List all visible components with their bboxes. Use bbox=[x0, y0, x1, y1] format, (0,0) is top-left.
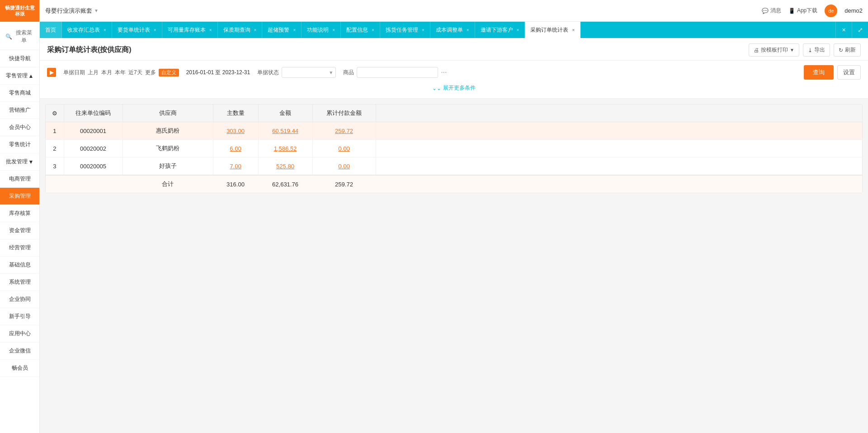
tab-order-stats[interactable]: 要货单统计表 × bbox=[112, 22, 162, 38]
sidebar-item-quick-nav[interactable]: 快捷导航 bbox=[0, 50, 39, 67]
tab-pick-task[interactable]: 拣货任务管理 × bbox=[380, 22, 430, 38]
sidebar-item-member-center[interactable]: 会员中心 bbox=[0, 119, 39, 136]
cell-amount[interactable]: 1,586.52 bbox=[258, 140, 312, 157]
goods-input[interactable] bbox=[357, 67, 438, 78]
print-icon: 🖨 bbox=[754, 47, 759, 53]
close-icon-3[interactable]: × bbox=[209, 28, 212, 33]
sidebar-item-finance[interactable]: 资金管理 bbox=[0, 222, 39, 239]
export-button[interactable]: ⤓ 导出 bbox=[803, 43, 830, 57]
cell-no: 2 bbox=[46, 140, 64, 157]
tab-restore-button[interactable]: ⤢ bbox=[852, 22, 868, 38]
tab-invite-downstream[interactable]: 邀请下游客户 × bbox=[475, 22, 525, 38]
tab-home[interactable]: 首页 bbox=[40, 22, 62, 38]
cell-qty[interactable]: 6.00 bbox=[213, 140, 258, 157]
shortcut-last-month[interactable]: 上月 bbox=[88, 69, 99, 76]
goods-more-icon[interactable]: ··· bbox=[441, 68, 447, 76]
tab-stock-summary[interactable]: 收发存汇总表 × bbox=[62, 22, 112, 38]
tab-inventory-book[interactable]: 可用量库存账本 × bbox=[162, 22, 218, 38]
refresh-button[interactable]: ↻ 刷新 bbox=[834, 43, 861, 57]
purchase-order-table: ⚙ 往来单位编码 供应商 主数量 金额 累计付款金额 1 00020001 惠氏… bbox=[46, 105, 862, 193]
sidebar-item-retail-mgmt[interactable]: 零售管理 ▲ bbox=[0, 67, 39, 85]
sidebar-item-basic-info[interactable]: 基础信息 bbox=[0, 257, 39, 274]
search-menu-button[interactable]: 🔍 搜索菜单 bbox=[4, 27, 36, 46]
tab-config-info[interactable]: 配置信息 × bbox=[341, 22, 380, 38]
shortcut-more[interactable]: 更多 bbox=[145, 69, 156, 76]
footer-amount: 62,631.76 bbox=[258, 175, 312, 193]
search-icon: 🔍 bbox=[5, 33, 12, 40]
close-icon-7[interactable]: × bbox=[372, 28, 374, 33]
expand-row: ⌄⌄ 展开更多条件 bbox=[47, 80, 861, 94]
close-icon-8[interactable]: × bbox=[422, 28, 425, 33]
sidebar-item-app-center[interactable]: 应用中心 bbox=[0, 325, 39, 343]
cell-qty[interactable]: 7.00 bbox=[213, 157, 258, 176]
tab-stock-summary-label: 收发存汇总表 bbox=[67, 26, 100, 34]
tab-shelf-life[interactable]: 保质期查询 × bbox=[218, 22, 263, 38]
table-container: ⚙ 往来单位编码 供应商 主数量 金额 累计付款金额 1 00020001 惠氏… bbox=[45, 104, 863, 193]
tab-cost-adjust[interactable]: 成本调整单 × bbox=[430, 22, 475, 38]
expand-conditions-button[interactable]: ⌄⌄ 展开更多条件 bbox=[429, 82, 479, 94]
cell-cumulative[interactable]: 0.00 bbox=[312, 140, 376, 157]
close-icon-10[interactable]: × bbox=[517, 28, 519, 33]
print-dropdown-icon: ▼ bbox=[790, 48, 794, 52]
tab-overstock-warning[interactable]: 超储预警 × bbox=[262, 22, 302, 38]
cell-qty[interactable]: 303.00 bbox=[213, 122, 258, 140]
cell-amount[interactable]: 60,519.44 bbox=[258, 122, 312, 140]
sidebar-item-retail-stats[interactable]: 零售统计 bbox=[0, 136, 39, 153]
app-logo: 畅捷通好生意 标版 bbox=[0, 0, 39, 22]
filter-status-item: 单据状态 ▼ bbox=[257, 67, 336, 78]
sidebar-item-system-mgmt[interactable]: 系统管理 bbox=[0, 274, 39, 291]
tab-function-label: 功能说明 bbox=[307, 26, 329, 34]
tab-function-desc[interactable]: 功能说明 × bbox=[302, 22, 341, 38]
cell-supplier: 惠氏奶粉 bbox=[123, 122, 213, 140]
tab-order-stats-label: 要货单统计表 bbox=[118, 26, 150, 34]
table-row: 3 00020005 好孩子 7.00 525.80 0.00 bbox=[46, 157, 862, 176]
sidebar-item-enterprise-collab[interactable]: 企业协同 bbox=[0, 291, 39, 308]
expand-icon: ⌄⌄ bbox=[432, 85, 441, 91]
tab-close-all-button[interactable]: × bbox=[835, 22, 852, 38]
cell-cumulative[interactable]: 259.72 bbox=[312, 122, 376, 140]
close-icon[interactable]: × bbox=[104, 28, 106, 33]
cell-cumulative[interactable]: 0.00 bbox=[312, 157, 376, 176]
app-download-button[interactable]: 📱 App下载 bbox=[788, 7, 817, 14]
settings-button[interactable]: 设置 bbox=[837, 65, 861, 80]
close-icon-9[interactable]: × bbox=[467, 28, 469, 33]
close-icon-2[interactable]: × bbox=[154, 28, 156, 33]
shortcut-this-month[interactable]: 本月 bbox=[101, 69, 112, 76]
close-icon-4[interactable]: × bbox=[254, 28, 257, 33]
tab-purchase-order-stats[interactable]: 采购订单统计表 × bbox=[525, 22, 580, 38]
sidebar-item-wholesale-mgmt[interactable]: 批发管理 ▼ bbox=[0, 153, 39, 171]
print-button[interactable]: 🖨 按模板打印 ▼ bbox=[749, 43, 799, 57]
sidebar-item-member-program[interactable]: 畅会员 bbox=[0, 360, 39, 377]
sidebar-item-operation[interactable]: 经营管理 bbox=[0, 239, 39, 257]
tab-shelf-life-label: 保质期查询 bbox=[223, 26, 250, 34]
status-select[interactable] bbox=[282, 67, 336, 78]
footer-empty-2 bbox=[64, 175, 123, 193]
dropdown-icon: ▼ bbox=[94, 8, 99, 13]
shortcut-this-year[interactable]: 本年 bbox=[115, 69, 126, 76]
close-icon-6[interactable]: × bbox=[332, 28, 335, 33]
shortcut-last-7-days[interactable]: 近7天 bbox=[128, 69, 142, 76]
cell-code: 00020005 bbox=[64, 157, 123, 176]
sidebar-item-retail-store[interactable]: 零售商城 bbox=[0, 85, 39, 102]
sidebar-item-enterprise-wechat[interactable]: 企业微信 bbox=[0, 343, 39, 360]
workspace-selector[interactable]: 母婴行业演示账套 ▼ bbox=[45, 7, 99, 15]
tab-bar: 首页 收发存汇总表 × 要货单统计表 × 可用量库存账本 × 保质期查询 × 超… bbox=[40, 22, 868, 38]
sidebar-item-new-guide[interactable]: 新手引导 bbox=[0, 308, 39, 325]
sidebar-item-marketing[interactable]: 营销推广 bbox=[0, 102, 39, 119]
sidebar-item-purchase-mgmt[interactable]: 采购管理 bbox=[0, 188, 39, 205]
cell-amount[interactable]: 525.80 bbox=[258, 157, 312, 176]
filter-toggle-button[interactable]: ▶ bbox=[47, 68, 56, 77]
close-icon-11[interactable]: × bbox=[572, 28, 575, 33]
avatar[interactable]: de bbox=[825, 5, 837, 17]
workspace-name: 母婴行业演示账套 bbox=[45, 7, 92, 15]
footer-empty-3 bbox=[376, 175, 862, 193]
close-icon-5[interactable]: × bbox=[293, 28, 296, 33]
goods-label: 商品 bbox=[343, 69, 354, 76]
tab-bar-end: × ⤢ bbox=[835, 22, 868, 38]
sidebar-item-inventory[interactable]: 库存核算 bbox=[0, 205, 39, 222]
sidebar-item-ecommerce[interactable]: 电商管理 bbox=[0, 171, 39, 188]
custom-date-tag[interactable]: 自定义 bbox=[159, 69, 179, 76]
message-button[interactable]: 💬 消息 bbox=[762, 7, 781, 14]
query-button[interactable]: 查询 bbox=[804, 65, 834, 80]
top-bar: 母婴行业演示账套 ▼ 💬 消息 📱 App下载 de demo2 bbox=[40, 0, 868, 22]
